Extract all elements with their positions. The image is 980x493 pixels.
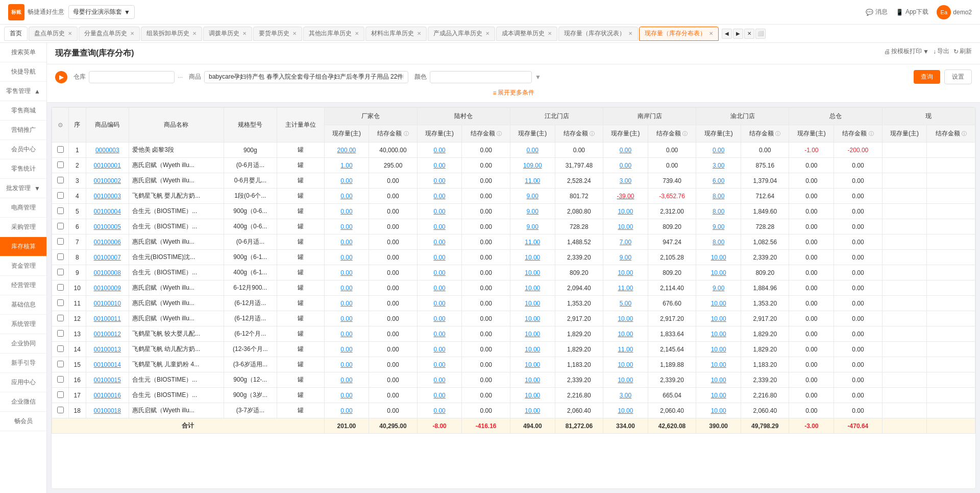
tab-next-btn[interactable]: ▶ <box>733 29 743 39</box>
goods-input[interactable] <box>204 71 408 83</box>
export-btn[interactable]: ↓ 导出 <box>933 47 949 56</box>
tab-order[interactable]: 要货单历史 ✕ <box>253 27 302 41</box>
sidebar-item-inventory[interactable]: 库存核算 <box>0 237 46 256</box>
sidebar-item-wholesale[interactable]: 批发管理 ▼ <box>0 179 46 198</box>
cell-checkbox[interactable] <box>52 403 69 418</box>
sidebar-item-finance[interactable]: 资金管理 <box>0 256 46 276</box>
tab-transfer[interactable]: 调拨单历史 ✕ <box>203 27 252 41</box>
cell-checkbox[interactable] <box>52 158 69 173</box>
cell-checkbox[interactable] <box>52 296 69 311</box>
cell-checkbox[interactable] <box>52 342 69 357</box>
cell-name: 惠氏启赋（Wyeth illu... <box>129 311 224 326</box>
user-area[interactable]: Ea demo2 <box>937 5 972 19</box>
sidebar-item-label: 零售管理 <box>6 87 31 96</box>
sidebar-item-search[interactable]: 搜索英单 <box>0 43 46 62</box>
tab-inventory-count[interactable]: 盘点单历史 ✕ <box>29 27 78 41</box>
cell-checkbox[interactable] <box>52 357 69 372</box>
sidebar-item-retail[interactable]: 零售管理 ▲ <box>0 82 46 101</box>
close-icon[interactable]: ✕ <box>68 31 72 36</box>
sidebar-item-nav[interactable]: 快捷导航 <box>0 62 46 82</box>
cell-checkbox[interactable] <box>52 143 69 158</box>
info-icon[interactable]: ⓘ <box>869 131 874 136</box>
sidebar-item-purchase[interactable]: 采购管理 <box>0 218 46 237</box>
close-icon[interactable]: ✕ <box>192 31 197 36</box>
store-selector[interactable]: 母婴行业演示陈套 ▼ <box>68 5 135 19</box>
info-icon[interactable]: ⓘ <box>962 131 967 136</box>
tab-other-out[interactable]: 其他出库单历史 ✕ <box>303 27 364 41</box>
expand-arrow-btn[interactable]: ▶ <box>55 71 67 83</box>
col-settings[interactable]: ⚙ <box>52 108 69 143</box>
sidebar-item-basic[interactable]: 基础信息 <box>0 295 46 315</box>
sidebar-item-operations[interactable]: 经营管理 <box>0 276 46 295</box>
cell-checkbox[interactable] <box>52 372 69 388</box>
cell-checkbox[interactable] <box>52 189 69 204</box>
tab-stock-status[interactable]: 现存量（库存状况表） ✕ <box>558 27 638 41</box>
sidebar-item-label: 零售统计 <box>11 165 36 172</box>
cell-spec: (3-6岁适用... <box>224 357 277 372</box>
sidebar-item-label: 基础信息 <box>11 301 36 308</box>
cell-f-amt: 0.00 <box>369 265 417 280</box>
tab-close-all-btn[interactable]: ✕ <box>744 29 754 39</box>
message-btn[interactable]: 💬 消息 <box>866 8 888 16</box>
sidebar-item-marketing[interactable]: 营销推广 <box>0 121 46 140</box>
sidebar-item-retail-mall[interactable]: 零售商城 <box>0 101 46 121</box>
close-icon[interactable]: ✕ <box>292 31 297 36</box>
tab-cost-adjust[interactable]: 成本调整单历史 ✕ <box>496 27 557 41</box>
sidebar-item-member[interactable]: 会员中心 <box>0 140 46 159</box>
col-m-qty: 现存量(主) <box>417 125 462 143</box>
tab-expand-btn[interactable]: ⬜ <box>755 29 766 39</box>
info-icon[interactable]: ⓘ <box>404 131 409 136</box>
tab-finished-in[interactable]: 产成品入库单历史 ✕ <box>428 27 495 41</box>
ellipsis-icon[interactable]: ··· <box>178 74 183 81</box>
cell-y-qty: 3.00 <box>696 158 741 173</box>
refresh-btn[interactable]: ↻ 刷新 <box>953 47 972 56</box>
sidebar-item-wechat[interactable]: 企业微信 <box>0 392 46 412</box>
tab-home[interactable]: 首页 <box>4 27 28 41</box>
info-icon[interactable]: ⓘ <box>590 131 595 136</box>
sidebar-item-app-center[interactable]: 应用中心 <box>0 373 46 392</box>
tab-prev-btn[interactable]: ◀ <box>722 29 732 39</box>
cell-checkbox[interactable] <box>52 234 69 250</box>
cell-checkbox[interactable] <box>52 219 69 234</box>
info-icon[interactable]: ⓘ <box>775 131 780 136</box>
cell-checkbox[interactable] <box>52 311 69 326</box>
close-icon[interactable]: ✕ <box>355 31 359 36</box>
sidebar-item-member2[interactable]: 畅会员 <box>0 412 46 431</box>
sidebar-item-guide[interactable]: 新手引导 <box>0 354 46 373</box>
cell-j-qty: 11.00 <box>510 173 555 189</box>
warehouse-input[interactable] <box>89 71 175 83</box>
expand-conditions-btn[interactable]: ≡ 展开更多条件 <box>493 88 534 97</box>
tab-stock-dist[interactable]: 现存量（库存分布表） ✕ <box>639 27 719 41</box>
query-btn[interactable]: 查询 <box>914 70 940 84</box>
settings-btn[interactable]: 设置 <box>944 69 972 84</box>
sidebar-item-collab[interactable]: 企业协同 <box>0 334 46 354</box>
sidebar-item-ecommerce[interactable]: 电商管理 <box>0 198 46 218</box>
cell-c-amt <box>927 265 975 280</box>
tab-sub-inventory[interactable]: 分量盘点单历史 ✕ <box>79 27 140 41</box>
cell-checkbox[interactable] <box>52 280 69 296</box>
sidebar-item-retail-stats[interactable]: 零售统计 <box>0 159 46 179</box>
cell-checkbox[interactable] <box>52 326 69 342</box>
print-btn[interactable]: 🖨 按模板打印 ▼ <box>884 47 929 56</box>
sidebar-item-system[interactable]: 系统管理 <box>0 315 46 334</box>
close-icon[interactable]: ✕ <box>628 31 632 36</box>
info-icon[interactable]: ⓘ <box>682 131 688 136</box>
info-icon[interactable]: ⓘ <box>497 131 502 136</box>
close-icon[interactable]: ✕ <box>130 31 134 36</box>
tab-material-out[interactable]: 材料出库单历史 ✕ <box>365 27 427 41</box>
close-icon[interactable]: ✕ <box>709 31 713 36</box>
cell-checkbox[interactable] <box>52 204 69 219</box>
close-icon[interactable]: ✕ <box>548 31 552 36</box>
close-icon[interactable]: ✕ <box>242 31 247 36</box>
close-icon[interactable]: ✕ <box>417 31 421 36</box>
cell-checkbox[interactable] <box>52 250 69 265</box>
logo-short: 标账 <box>11 9 21 16</box>
app-download-btn[interactable]: 📱 App下载 <box>896 8 928 16</box>
cell-c-amt <box>927 173 975 189</box>
cell-checkbox[interactable] <box>52 388 69 403</box>
cell-checkbox[interactable] <box>52 173 69 189</box>
tab-assemble[interactable]: 组装拆卸单历史 ✕ <box>141 27 202 41</box>
color-input[interactable] <box>430 71 532 83</box>
close-icon[interactable]: ✕ <box>485 31 489 36</box>
cell-checkbox[interactable] <box>52 265 69 280</box>
